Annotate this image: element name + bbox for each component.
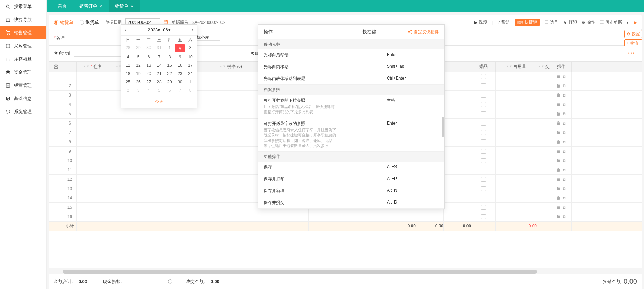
delete-icon[interactable]: 🗑 (556, 196, 561, 200)
cal-day[interactable]: 18 (123, 70, 133, 77)
cal-day[interactable]: 16 (175, 62, 185, 69)
cal-day[interactable]: 14 (154, 62, 164, 69)
cal-today-button[interactable]: 今天 (121, 96, 197, 108)
delete-icon[interactable]: 🗑 (556, 158, 561, 163)
cal-day[interactable]: 27 (144, 79, 154, 85)
cal-day[interactable]: 23 (175, 70, 185, 77)
cal-day[interactable]: 12 (133, 62, 144, 69)
sidebar-item-5[interactable]: ¥资金管理 (0, 66, 46, 79)
cal-day[interactable]: 4 (123, 54, 133, 61)
cal-day[interactable]: 2 (123, 87, 133, 94)
gift-checkbox[interactable] (481, 121, 486, 126)
cal-day[interactable]: 1 (164, 44, 175, 52)
gift-checkbox[interactable] (481, 139, 486, 144)
sidebar-item-6[interactable]: 经营管理 (0, 79, 46, 92)
delete-icon[interactable]: 🗑 (556, 177, 561, 182)
gift-checkbox[interactable] (481, 158, 486, 163)
cal-day[interactable]: 3 (133, 87, 144, 94)
sidebar-item-3[interactable]: 采购管理 (0, 39, 46, 53)
h-scrollbar[interactable] (49, 270, 642, 274)
gift-checkbox[interactable] (481, 205, 486, 210)
wh-header[interactable]: ▲▼*仓库 (77, 62, 108, 72)
deliver-header[interactable]: ▲▼交 (537, 62, 551, 72)
cal-next[interactable]: › (192, 28, 193, 33)
copy-icon[interactable]: ⧉ (563, 149, 566, 154)
delete-icon[interactable]: 🗑 (556, 74, 561, 79)
copy-icon[interactable]: ⧉ (563, 139, 566, 144)
more-icon-2[interactable]: ••• (628, 51, 635, 56)
ops-button[interactable]: ⚙操作 (582, 19, 595, 25)
cal-day[interactable]: 28 (154, 79, 164, 85)
gift-checkbox[interactable] (481, 102, 486, 107)
help-link[interactable]: ?帮助 (498, 19, 510, 25)
settings-button[interactable]: ⚙ 设置 (624, 30, 642, 38)
table-row[interactable]: 16🗑⧉ (49, 212, 642, 222)
gift-checkbox[interactable] (481, 130, 486, 135)
cal-day[interactable]: 8 (164, 54, 175, 61)
discount-input[interactable] (128, 278, 162, 285)
delete-icon[interactable]: 🗑 (556, 149, 561, 154)
video-link[interactable]: ▶视频 (474, 19, 487, 25)
cal-day[interactable]: 8 (185, 87, 196, 94)
gear-header[interactable] (49, 62, 63, 72)
rate-header[interactable]: ▲▼税率(%) (215, 62, 246, 72)
delete-icon[interactable]: 🗑 (556, 111, 561, 116)
cal-day[interactable]: 29 (133, 44, 144, 52)
gift-header[interactable]: 赠品 (471, 62, 496, 72)
copy-icon[interactable]: ⧉ (563, 196, 566, 200)
cal-day[interactable]: 今 (175, 44, 185, 52)
sidebar-item-7[interactable]: 基础信息 (0, 92, 46, 105)
sidebar-item-0[interactable]: 搜索菜单 (0, 0, 46, 13)
delete-icon[interactable]: 🗑 (556, 186, 561, 191)
chevron-down-icon[interactable]: ▾ (627, 20, 629, 25)
cal-day[interactable]: 4 (144, 87, 154, 94)
history-button[interactable]: ☰历史单据 (600, 19, 622, 25)
cal-day[interactable]: 6 (144, 54, 154, 61)
cal-day[interactable]: 7 (175, 87, 185, 94)
gift-checkbox[interactable] (481, 196, 486, 200)
cal-day[interactable]: 29 (164, 79, 175, 85)
cal-day[interactable]: 31 (154, 44, 164, 52)
sidebar-item-1[interactable]: 快捷导航 (0, 13, 46, 26)
panel-scrollbar[interactable] (442, 117, 444, 137)
copy-icon[interactable]: ⧉ (563, 83, 566, 88)
copy-icon[interactable]: ⧉ (563, 168, 566, 172)
copy-icon[interactable]: ⧉ (563, 74, 566, 79)
cal-day[interactable]: 19 (133, 70, 144, 77)
close-icon[interactable]: ✕ (99, 4, 102, 9)
cal-day[interactable]: 17 (185, 62, 196, 69)
copy-icon[interactable]: ⧉ (563, 130, 566, 135)
gift-checkbox[interactable] (481, 93, 486, 98)
cal-day[interactable]: 7 (154, 54, 164, 61)
cal-day[interactable]: 26 (133, 79, 144, 85)
sidebar-item-2[interactable]: 销售管理 (0, 26, 46, 39)
cal-day[interactable]: 24 (185, 70, 196, 77)
cal-day[interactable]: 21 (154, 70, 164, 77)
cal-day[interactable]: 5 (133, 54, 144, 61)
cal-day[interactable]: 9 (175, 54, 185, 61)
sidebar-item-4[interactable]: 库存核算 (0, 53, 46, 66)
cal-day[interactable]: 22 (164, 70, 175, 77)
copy-icon[interactable]: ⧉ (563, 158, 566, 163)
select-doc-button[interactable]: ☰选单 (545, 19, 558, 25)
cal-month[interactable]: 06▾ (163, 27, 170, 33)
avail-header[interactable]: ▲▼可用量 (496, 62, 537, 72)
cal-prev[interactable]: ‹ (125, 28, 126, 33)
cal-day[interactable]: 25 (123, 79, 133, 85)
copy-icon[interactable]: ⧉ (563, 214, 566, 219)
tab-2[interactable]: 销货单✕ (109, 0, 140, 12)
copy-icon[interactable]: ⧉ (563, 177, 566, 182)
custom-shortcuts-link[interactable]: 自定义快捷键 (408, 29, 439, 35)
delete-icon[interactable]: 🗑 (556, 130, 561, 135)
cal-day[interactable]: 6 (164, 87, 175, 94)
gift-checkbox[interactable] (481, 214, 486, 219)
cal-day[interactable]: 11 (123, 62, 133, 69)
delete-icon[interactable]: 🗑 (556, 121, 561, 126)
copy-icon[interactable]: ⧉ (563, 186, 566, 191)
cal-day[interactable]: 28 (123, 44, 133, 52)
cal-day[interactable]: 10 (185, 54, 196, 61)
cal-day[interactable]: 20 (144, 70, 154, 77)
copy-icon[interactable]: ⧉ (563, 121, 566, 126)
help-icon[interactable]: ⓘ (168, 279, 172, 285)
cal-day[interactable]: 15 (164, 62, 175, 69)
